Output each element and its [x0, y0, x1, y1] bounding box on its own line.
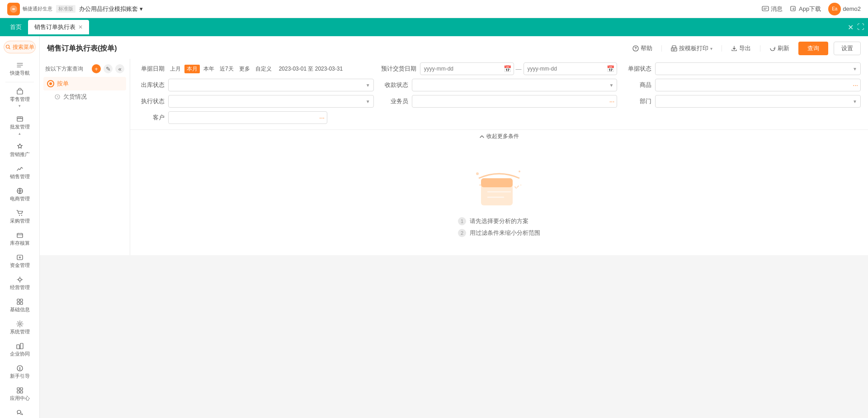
marketing-icon — [16, 143, 24, 150]
date-filter-label: 单据日期 — [137, 65, 165, 73]
help-button[interactable]: 帮助 — [629, 43, 656, 54]
setting-button[interactable]: 设置 — [834, 42, 861, 55]
sidebar-item-sys[interactable]: 系统管理 — [0, 317, 39, 339]
inventory-icon — [16, 232, 24, 239]
order-status-item: 单据状态 — [624, 62, 861, 75]
message-button[interactable]: 消息 — [762, 5, 783, 13]
collection-status-select[interactable] — [412, 79, 618, 91]
sidebar-search: 搜索菜单 — [0, 36, 39, 56]
svg-rect-14 — [17, 302, 19, 304]
sidebar-item-ops[interactable]: 经营管理 — [0, 272, 39, 294]
app-selector[interactable]: 办公用品行业模拟账套 ▾ — [79, 5, 143, 13]
sidebar-item-basic[interactable]: 基础信息 — [0, 294, 39, 317]
product-input[interactable] — [655, 79, 861, 91]
empty-num-1: 1 — [458, 217, 466, 225]
chevron-down-icon: ▾ — [140, 5, 143, 12]
svg-point-16 — [19, 323, 21, 325]
customer-item: 客户 ··· — [137, 111, 327, 124]
expected-date-label: 预计交货日期 — [381, 65, 416, 73]
svg-rect-17 — [17, 345, 19, 349]
product-label: 商品 — [624, 81, 651, 89]
product-more-icon[interactable]: ··· — [853, 81, 858, 89]
department-select[interactable] — [655, 95, 861, 108]
sidebar-item-marketing[interactable]: 营销推广 — [0, 139, 39, 162]
message-icon — [762, 5, 769, 13]
scheme-item-debt[interactable]: 欠货情况 — [43, 90, 126, 103]
tab-close-icon[interactable]: ✕ — [78, 24, 83, 30]
expected-date-end-input[interactable] — [524, 62, 618, 75]
svg-rect-1 — [762, 6, 769, 11]
expected-date-range: 📅 — 📅 — [420, 62, 618, 75]
scheme-collapse-button[interactable]: « — [115, 64, 124, 73]
exec-status-select[interactable] — [168, 95, 374, 108]
refresh-button[interactable]: 刷新 — [766, 43, 793, 54]
expected-date-start-input[interactable] — [420, 62, 514, 75]
svg-point-8 — [21, 215, 22, 216]
app-download-button[interactable]: App下载 — [790, 5, 821, 13]
sidebar-item-wholesale[interactable]: 批发管理 ▴ — [0, 112, 39, 139]
sidebar-item-retail[interactable]: 零售管理 ▾ — [0, 84, 39, 112]
date-tab-7days[interactable]: 近7天 — [218, 65, 236, 73]
tab-sales-order[interactable]: 销售订单执行表 ✕ — [28, 20, 89, 34]
svg-rect-19 — [17, 388, 19, 390]
order-status-select[interactable] — [655, 62, 861, 75]
tag-label: 标准版 — [56, 5, 75, 13]
salesperson-input[interactable] — [412, 95, 618, 108]
tab-close-window-icon[interactable]: ✕ — [848, 23, 854, 32]
date-tab-custom[interactable]: 自定义 — [254, 65, 274, 73]
filter-toolbar: 帮助 按模板打印 ▾ — [629, 42, 861, 55]
content-area: 销售订单执行表(按单) 帮助 — [40, 36, 868, 418]
download-icon — [790, 5, 797, 13]
data-area: 1 请先选择要分析的方案 2 用过滤条件来缩小分析范围 — [130, 147, 868, 255]
sidebar-item-inventory[interactable]: 库存核算 — [0, 228, 39, 250]
logo-text: 畅捷通好生意 — [23, 6, 52, 12]
sidebar-item-corp-wechat[interactable]: 企业微信 — [0, 405, 39, 418]
date-tab-this-year[interactable]: 本年 — [202, 65, 216, 73]
date-tab-last-month[interactable]: 上月 — [168, 65, 183, 73]
scheme-edit-button[interactable]: ✎ — [104, 64, 113, 73]
avatar: Ea — [828, 3, 841, 15]
user-menu[interactable]: Ea demo2 — [828, 3, 861, 15]
fund-icon — [16, 254, 24, 261]
outbound-status-select[interactable] — [168, 79, 374, 91]
customer-input[interactable] — [168, 111, 327, 124]
svg-point-3 — [6, 45, 9, 48]
svg-point-32 — [519, 171, 520, 172]
customer-more-icon[interactable]: ··· — [319, 114, 325, 121]
svg-rect-22 — [20, 391, 23, 393]
tab-bar-actions: ✕ ⛶ — [848, 23, 864, 32]
export-button[interactable]: 导出 — [727, 43, 755, 54]
sidebar-item-quick-nav[interactable]: 快捷导航 — [0, 58, 39, 80]
department-item: 部门 — [624, 95, 861, 108]
sidebar-item-app-center[interactable]: 应用中心 — [0, 383, 39, 405]
filter-panel: 销售订单执行表(按单) 帮助 — [40, 36, 868, 59]
query-button[interactable]: 查询 — [798, 42, 828, 55]
salesperson-more-icon[interactable]: ··· — [609, 98, 615, 105]
date-range-text: 2023-03-01 至 2023-03-31 — [279, 65, 343, 73]
empty-state: 1 请先选择要分析的方案 2 用过滤条件来缩小分析范围 — [458, 165, 540, 237]
split-content: 按以下方案查询 + ✎ « 按单 — [40, 59, 868, 255]
date-tab-this-month[interactable]: 本月 — [184, 65, 200, 73]
scheme-item-by-order[interactable]: 按单 — [43, 77, 126, 90]
collapse-button[interactable]: 收起更多条件 — [474, 132, 524, 141]
tab-maximize-icon[interactable]: ⛶ — [857, 23, 864, 31]
logo-area: 畅捷通好生意 — [7, 3, 52, 15]
scheme-add-button[interactable]: + — [92, 64, 101, 73]
tab-home[interactable]: 首页 — [4, 20, 28, 34]
sidebar-item-sales[interactable]: 销售管理 — [0, 162, 39, 184]
print-button[interactable]: 按模板打印 ▾ — [667, 43, 716, 54]
sidebar-item-purchase[interactable]: 采购管理 — [0, 206, 39, 228]
sidebar: 搜索菜单 快捷导航 零售管理 ▾ — [0, 36, 40, 418]
expected-date-start-wrapper: 📅 — [420, 62, 514, 75]
order-status-wrapper — [655, 62, 861, 75]
sidebar-item-new-guide[interactable]: 新手引导 — [0, 361, 39, 383]
svg-rect-4 — [17, 90, 23, 94]
tab-bar: 首页 销售订单执行表 ✕ ✕ ⛶ — [0, 18, 868, 36]
main-layout: 搜索菜单 快捷导航 零售管理 ▾ — [0, 36, 868, 418]
date-tab-more[interactable]: 更多 — [237, 65, 252, 73]
scheme-panel-header: 按以下方案查询 + ✎ « — [43, 64, 126, 73]
sidebar-item-ecom[interactable]: 电商管理 — [0, 184, 39, 206]
sidebar-item-fund[interactable]: 资金管理 — [0, 250, 39, 272]
sidebar-search-button[interactable]: 搜索菜单 — [4, 41, 36, 53]
sidebar-item-enterprise[interactable]: 企业协同 — [0, 339, 39, 361]
